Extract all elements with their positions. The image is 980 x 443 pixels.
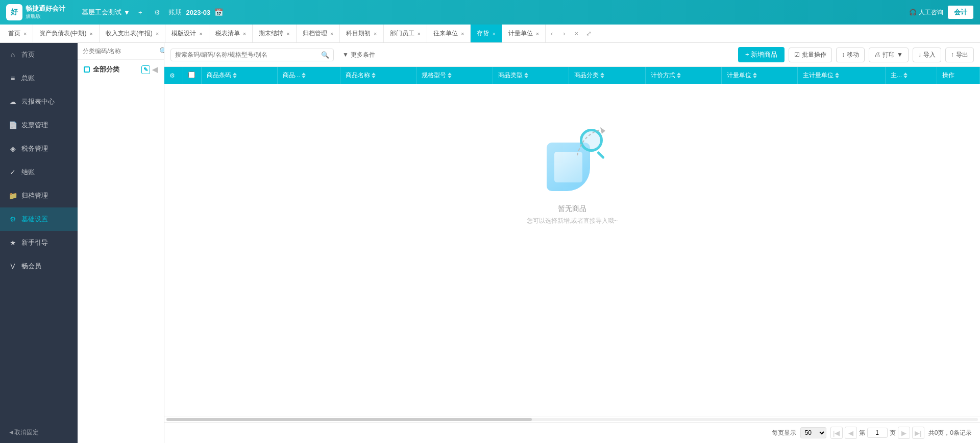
tab-close-homepage[interactable]: × <box>23 31 27 37</box>
sort-category-icon <box>600 73 604 78</box>
add-product-button[interactable]: + 新增商品 <box>738 47 785 62</box>
toolbar: 🔍 ▼ 更多条件 + 新增商品 ☑ 批量操作 <box>164 43 980 67</box>
page-number-input[interactable] <box>867 428 888 438</box>
tab-subject[interactable]: 科目期初 × <box>340 25 383 43</box>
settings-icon: ⚙ <box>8 215 17 223</box>
move-button[interactable]: ↕ 移动 <box>836 48 865 62</box>
batch-operation-button[interactable]: ☑ 批量操作 <box>789 48 832 62</box>
edit-category-icon[interactable]: ✎ <box>141 65 150 74</box>
account-button[interactable]: 会计 <box>947 5 974 19</box>
product-table: ⚙ 商品条码 <box>164 67 980 266</box>
calendar-icon[interactable]: 📅 <box>214 8 223 16</box>
tab-next-button[interactable]: › <box>558 25 570 43</box>
tab-close-tax[interactable]: × <box>243 31 246 37</box>
sidebar-item-tax[interactable]: ◈ 税务管理 <box>0 137 78 160</box>
th-action: 操作 <box>937 67 979 84</box>
last-page-button[interactable]: ▶| <box>912 427 924 439</box>
th-unit[interactable]: 计量单位 <box>721 67 797 84</box>
tab-inventory[interactable]: 存货 × <box>471 25 502 43</box>
tab-department[interactable]: 部门员工 × <box>384 25 427 43</box>
tab-contacts[interactable]: 往来单位 × <box>427 25 471 43</box>
tab-close-subject[interactable]: × <box>374 31 377 37</box>
per-page-select[interactable]: 50 100 200 <box>800 427 826 438</box>
sidebar-label-ledger: 总账 <box>21 74 35 83</box>
print-icon: 🖨 <box>874 51 880 58</box>
tab-period-close[interactable]: 期末结转 × <box>253 25 296 43</box>
sidebar-item-member[interactable]: V 畅会员 <box>0 254 78 278</box>
tab-close-unit[interactable]: × <box>536 31 539 37</box>
scrollbar-thumb[interactable] <box>166 418 532 421</box>
add-tab-button[interactable]: + <box>134 7 146 18</box>
tab-balance-sheet[interactable]: 资产负债表(中期) × <box>33 25 99 43</box>
period-label: 账期 <box>168 8 182 17</box>
tab-close-inventory[interactable]: × <box>492 31 495 37</box>
th-price-method[interactable]: 计价方式 <box>645 67 721 84</box>
tab-close-period[interactable]: × <box>286 31 289 37</box>
sidebar-item-close[interactable]: ✓ 结账 <box>0 160 78 184</box>
settings-button[interactable]: ⚙ <box>150 7 164 18</box>
empty-state: 暂无商品 您可以选择新增,或者直接导入哦~ <box>164 84 980 266</box>
filter-button[interactable]: ▼ 更多条件 <box>338 48 380 62</box>
tab-template[interactable]: 模版设计 × <box>165 25 209 43</box>
sidebar-item-ledger[interactable]: ≡ 总账 <box>0 66 78 90</box>
import-icon: ↓ <box>918 51 921 58</box>
th-main-unit[interactable]: 主计量单位 <box>798 67 886 84</box>
th-type[interactable]: 商品类型 <box>493 67 569 84</box>
empty-illustration <box>536 125 608 196</box>
tab-close-income[interactable]: × <box>156 31 159 37</box>
category-search-input[interactable] <box>83 48 159 55</box>
tab-archive[interactable]: 归档管理 × <box>297 25 340 43</box>
tab-close-contacts[interactable]: × <box>461 31 464 37</box>
top-header: 好 畅捷通好会计 旗舰版 基层工会测试 ▼ + ⚙ 账期 2023-03 📅 🎧… <box>0 0 980 25</box>
sidebar-item-archive[interactable]: 📁 归档管理 <box>0 184 78 207</box>
tab-close-balance[interactable]: × <box>89 31 92 37</box>
product-search-icon[interactable]: 🔍 <box>321 51 329 59</box>
collapse-panel-icon[interactable]: ◀ <box>152 65 158 74</box>
content-inner: 🔍 全部分类 ✎ ◀ <box>78 43 980 443</box>
sidebar-item-cloud[interactable]: ☁ 云报表中心 <box>0 90 78 113</box>
tab-close-all-button[interactable]: × <box>570 25 582 43</box>
all-categories[interactable]: 全部分类 ✎ ◀ <box>78 60 164 79</box>
tab-unit[interactable]: 计量单位 × <box>502 25 546 43</box>
th-checkbox[interactable] <box>183 67 201 84</box>
select-all-checkbox[interactable] <box>188 72 195 78</box>
tab-homepage[interactable]: 首页 × <box>2 25 33 43</box>
archive-icon: 📁 <box>8 192 17 200</box>
scrollbar-track <box>166 418 978 421</box>
print-button[interactable]: 🖨 打印 ▼ <box>869 48 909 62</box>
prev-page-button[interactable]: ◀ <box>845 427 857 439</box>
invoice-icon: 📄 <box>8 121 17 129</box>
sidebar-item-guide[interactable]: ★ 新手引导 <box>0 231 78 254</box>
tab-close-archive[interactable]: × <box>330 31 333 37</box>
next-page-button[interactable]: ▶ <box>898 427 910 439</box>
period-value: 2023-03 <box>186 9 210 16</box>
tab-bar: 首页 × 资产负债表(中期) × 收入支出表(年报) × 模版设计 × 税表清单… <box>0 25 980 43</box>
import-button[interactable]: ↓ 导入 <box>913 48 941 62</box>
tab-prev-button[interactable]: ‹ <box>546 25 558 43</box>
th-category[interactable]: 商品分类 <box>569 67 645 84</box>
th-name[interactable]: 商品名称 <box>340 67 416 84</box>
th-settings[interactable]: ⚙ <box>164 67 183 84</box>
service-button[interactable]: 🎧 人工咨询 <box>909 8 943 17</box>
th-barcode[interactable]: 商品条码 <box>201 67 277 84</box>
th-spec[interactable]: 规格型号 <box>416 67 493 84</box>
sort-name-icon <box>372 73 376 78</box>
tab-close-dept[interactable]: × <box>418 31 421 37</box>
horizontal-scrollbar[interactable] <box>164 416 980 422</box>
first-page-button[interactable]: |◀ <box>830 427 843 439</box>
export-button[interactable]: ↑ 导出 <box>945 48 974 62</box>
tab-close-template[interactable]: × <box>199 31 202 37</box>
tab-expand-button[interactable]: ⤢ <box>582 25 595 43</box>
th-code[interactable]: 商品... <box>277 67 340 84</box>
sidebar-label-cloud: 云报表中心 <box>21 97 55 106</box>
product-search-input[interactable] <box>175 51 318 58</box>
sidebar-item-home[interactable]: ⌂ 首页 <box>0 43 78 66</box>
org-name[interactable]: 基层工会测试 ▼ <box>82 8 130 17</box>
th-extra[interactable]: 主... <box>886 67 937 84</box>
tab-tax-list[interactable]: 税表清单 × <box>209 25 253 43</box>
unpin-button[interactable]: ◄取消固定 <box>0 422 78 443</box>
sidebar-item-invoice[interactable]: 📄 发票管理 <box>0 113 78 137</box>
logo-text-block: 畅捷通好会计 旗舰版 <box>26 5 65 20</box>
tab-income[interactable]: 收入支出表(年报) × <box>100 25 165 43</box>
sidebar-item-settings[interactable]: ⚙ 基础设置 <box>0 207 78 231</box>
